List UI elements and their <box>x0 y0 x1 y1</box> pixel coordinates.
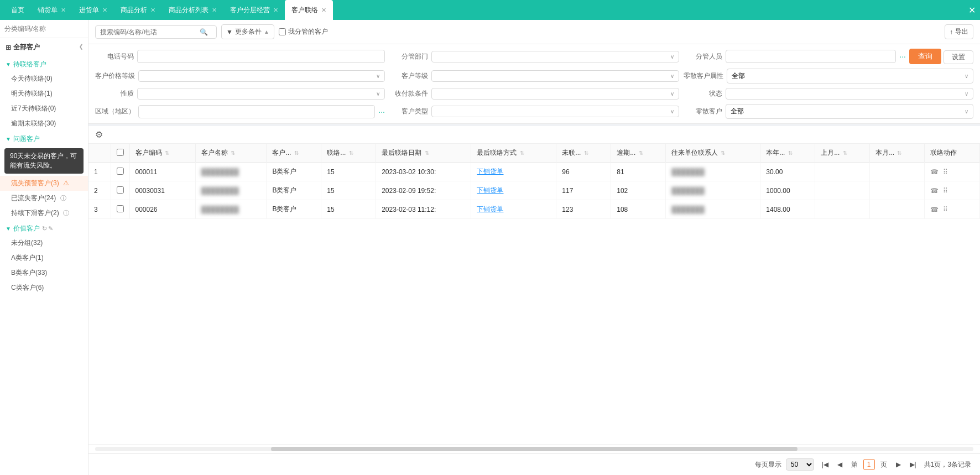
sidebar-item-c-class[interactable]: C类客户(6) <box>0 280 88 295</box>
filter-nature-select[interactable]: ∨ <box>137 88 385 100</box>
dept-arrow-icon: ∨ <box>670 54 674 60</box>
sidebar-group-pending[interactable]: ▼ 待联络客户 <box>0 56 88 71</box>
refresh-icon[interactable]: ↻ <box>42 225 47 232</box>
more-action-icon[interactable]: ⠿ <box>943 168 948 176</box>
tab-customer-segment[interactable]: 客户分层经营 ✕ <box>223 0 285 20</box>
sidebar-item-a-class[interactable]: A类客户(1) <box>0 250 88 265</box>
filter-manager-input[interactable] <box>726 50 896 63</box>
row-checkbox[interactable] <box>117 168 124 175</box>
per-page-select[interactable]: 50 100 200 <box>786 458 814 471</box>
sidebar-item-today[interactable]: 今天待联络(0) <box>0 71 88 86</box>
pagination: 每页显示 50 100 200 |◀ ◀ 第 1 页 ▶ ▶| 共1页，3条记录 <box>88 453 980 475</box>
tab-customer-contact-close[interactable]: ✕ <box>321 7 326 14</box>
more-filter-btn[interactable]: ▼ 更多条件 ▲ <box>221 24 274 39</box>
tab-analysis-close[interactable]: ✕ <box>150 7 155 14</box>
sort-icon2[interactable]: ⇅ <box>231 150 235 156</box>
more-action-icon[interactable]: ⠿ <box>943 206 948 213</box>
sort-icon11[interactable]: ⇅ <box>843 150 847 156</box>
filter-customer-grade-select[interactable]: ∨ <box>431 70 679 82</box>
col-this-year: 本年... ⇅ <box>760 144 815 163</box>
tab-analysis-list[interactable]: 商品分析列表 ✕ <box>162 0 223 20</box>
filter-payment-select[interactable]: ∨ <box>431 88 679 100</box>
sidebar-item-ungrouped[interactable]: 未分组(32) <box>0 236 88 250</box>
contact-icon[interactable]: ☎ <box>930 168 939 176</box>
sort-icon[interactable]: ⇅ <box>165 150 169 156</box>
search-btn-icon[interactable]: 🔍 <box>200 28 208 36</box>
scrollbar-thumb[interactable] <box>271 447 798 451</box>
contact-icon[interactable]: ☎ <box>930 187 939 195</box>
sort-icon7[interactable]: ⇅ <box>584 150 588 156</box>
sidebar-item-declining[interactable]: 持续下滑客户(2) ⓘ <box>0 206 88 221</box>
filter-scatter-customer-select[interactable]: 全部 ∨ <box>726 104 973 119</box>
sidebar-item-tomorrow[interactable]: 明天待联络(1) <box>0 86 88 101</box>
window-close-btn[interactable]: ✕ <box>968 5 976 15</box>
sort-icon9[interactable]: ⇅ <box>721 150 725 156</box>
cell-last-method[interactable]: 下销货单 <box>471 181 556 200</box>
export-btn[interactable]: ↑ 导出 <box>945 24 973 39</box>
my-customers-checkbox[interactable]: 我分管的客户 <box>279 27 328 36</box>
col-checkbox[interactable] <box>111 144 129 163</box>
sort-icon8[interactable]: ⇅ <box>639 150 643 156</box>
sidebar-all-customers[interactable]: ⊞ 全部客户 《 <box>0 38 88 56</box>
sort-icon4[interactable]: ⇅ <box>349 150 353 156</box>
my-customers-check-input[interactable] <box>279 28 286 35</box>
row-checkbox[interactable] <box>117 205 124 212</box>
cell-checkbox[interactable] <box>111 163 129 181</box>
last-page-btn[interactable]: ▶| <box>906 460 920 469</box>
sidebar-item-churned[interactable]: 已流失客户(24) ⓘ <box>0 191 88 206</box>
more-action-icon[interactable]: ⠿ <box>943 187 948 195</box>
cell-checkbox[interactable] <box>111 200 129 219</box>
filter-status-select[interactable]: ∨ <box>726 88 973 100</box>
sidebar-item-overdue[interactable]: 逾期未联络(30) <box>0 116 88 131</box>
settings-btn[interactable]: 设置 <box>943 50 973 64</box>
filter-price-grade-select[interactable]: ∨ <box>138 70 385 82</box>
tab-sales[interactable]: 销货单 ✕ <box>31 0 72 20</box>
filter-region-more[interactable]: ··· <box>378 107 385 116</box>
filter-phone-input[interactable] <box>137 50 385 63</box>
sort-icon10[interactable]: ⇅ <box>788 150 793 156</box>
collapse-icon: 《 <box>76 43 82 51</box>
sidebar-item-7days[interactable]: 近7天待联络(0) <box>0 101 88 116</box>
filter-scatter-attr-select[interactable]: 全部 ∨ <box>727 69 973 83</box>
next-page-btn[interactable]: ▶ <box>893 460 904 469</box>
cell-last-date: 2023-03-02 10:30: <box>376 163 471 181</box>
sidebar-search-input[interactable] <box>4 25 87 33</box>
first-page-btn[interactable]: |◀ <box>819 460 832 469</box>
filter-region-input[interactable] <box>138 105 375 118</box>
cell-type: B类客户 <box>267 181 321 200</box>
tab-home[interactable]: 首页 <box>4 0 31 20</box>
prev-page-btn[interactable]: ◀ <box>834 460 846 469</box>
sidebar-group-problem[interactable]: ▼ 问题客户 <box>0 131 88 146</box>
search-input[interactable] <box>100 28 200 36</box>
contact-icon[interactable]: ☎ <box>930 206 939 213</box>
tab-purchase-close[interactable]: ✕ <box>102 7 107 14</box>
query-btn[interactable]: 查询 <box>909 49 941 64</box>
cell-last-method[interactable]: 下销货单 <box>471 200 556 219</box>
tab-customer-segment-close[interactable]: ✕ <box>273 7 278 14</box>
tab-analysis-list-close[interactable]: ✕ <box>212 7 217 14</box>
tab-analysis[interactable]: 商品分析 ✕ <box>114 0 162 20</box>
filter-customer-type-select[interactable]: ∨ <box>431 106 679 117</box>
filter-dept-select[interactable]: ∨ <box>431 51 679 62</box>
edit-icon[interactable]: ✎ <box>48 225 53 232</box>
row-checkbox[interactable] <box>117 186 124 194</box>
tab-sales-close[interactable]: ✕ <box>61 7 66 14</box>
horizontal-scrollbar[interactable] <box>88 444 980 453</box>
tab-purchase[interactable]: 进货单 ✕ <box>72 0 114 20</box>
sidebar-item-b-class[interactable]: B类客户(33) <box>0 265 88 280</box>
sidebar-group-value[interactable]: ▼ 价值客户 ↻ ✎ <box>0 221 88 236</box>
cell-last-method[interactable]: 下销货单 <box>471 163 556 181</box>
tab-customer-contact[interactable]: 客户联络 ✕ <box>285 0 333 20</box>
sort-icon12[interactable]: ⇅ <box>897 150 901 156</box>
customer-grade-arrow-icon: ∨ <box>670 73 674 79</box>
col-last-date: 最后联络日期 ⇅ <box>376 144 471 163</box>
sort-icon6[interactable]: ⇅ <box>520 150 524 156</box>
filter-manager-more[interactable]: ··· <box>899 52 906 61</box>
sort-icon5[interactable]: ⇅ <box>425 150 429 156</box>
table-settings-icon[interactable]: ⚙ <box>95 129 103 140</box>
sort-icon3[interactable]: ⇅ <box>294 150 299 156</box>
sidebar-item-churn-warning[interactable]: 流失预警客户(3) ⚠ <box>0 176 88 191</box>
cell-checkbox[interactable] <box>111 181 129 200</box>
select-all-checkbox[interactable] <box>117 149 124 156</box>
cell-contact: 15 <box>321 163 376 181</box>
